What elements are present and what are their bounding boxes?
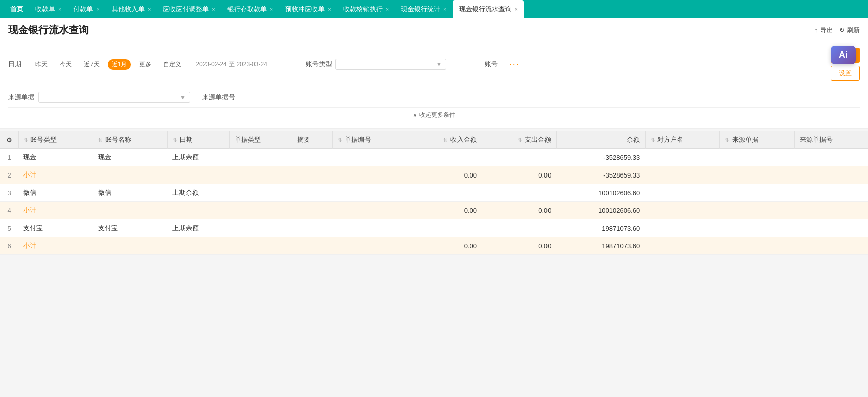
nav-tab-2[interactable]: 付款单 × (67, 0, 105, 18)
ai-badge[interactable]: Ai (831, 46, 856, 64)
cell-doc-no (333, 184, 407, 202)
cell-source-doc (720, 166, 795, 184)
cell-source-doc (720, 237, 795, 255)
nav-tab-8[interactable]: 现金银行统计 × (395, 0, 452, 18)
cell-income (407, 149, 482, 166)
cell-source-doc-no (794, 166, 868, 184)
table-header-row: ⚙ ⇅ 账号类型 ⇅ 账号名称 ⇅ 日期 单据类型 摘要 (0, 131, 868, 149)
nav-tab-5-close[interactable]: × (270, 6, 273, 12)
account-dots[interactable]: ··· (509, 59, 520, 70)
nav-tab-3[interactable]: 其他收入单 × (106, 0, 157, 18)
nav-tab-7[interactable]: 收款核销执行 × (337, 0, 395, 18)
th-expense-label: 支出金额 (525, 136, 551, 143)
table-row: 2 小计 0.00 0.00 -3528659.33 (0, 166, 868, 184)
nav-tab-3-close[interactable]: × (148, 6, 151, 12)
sort-icon-7: ⇅ (651, 137, 655, 143)
collapse-button[interactable]: ∧ 收起更多条件 (8, 107, 860, 122)
th-source-doc[interactable]: ⇅ 来源单据 (720, 131, 795, 149)
source-doc-no-input[interactable] (239, 91, 391, 103)
th-source-doc-no[interactable]: 来源单据号 (794, 131, 868, 149)
cell-income: 0.00 (407, 237, 482, 255)
date-filter: 日期 昨天 今天 近7天 近1月 更多 自定义 (8, 59, 186, 70)
account-type-label: 账号类型 (306, 60, 332, 69)
source-doc-filter: 来源单据 ▼ (8, 92, 190, 103)
nav-tab-5-label: 银行存取款单 (227, 5, 267, 14)
account-type-select[interactable]: ▼ (335, 59, 446, 70)
cell-source-doc-no (794, 202, 868, 219)
cell-account-type: 微信 (18, 184, 93, 202)
cell-counterpart (645, 237, 720, 255)
cell-doc-no (333, 219, 407, 237)
nav-tab-8-label: 现金银行统计 (401, 5, 440, 14)
nav-tab-4[interactable]: 应收应付调整单 × (157, 0, 221, 18)
cell-source-doc (720, 149, 795, 166)
th-date[interactable]: ⇅ 日期 (167, 131, 230, 149)
th-balance-label: 余额 (627, 136, 640, 143)
collapse-icon: ∧ (413, 112, 417, 119)
nav-tab-1[interactable]: 收款单 × (29, 0, 67, 18)
table-row: 6 小计 0.00 0.00 19871073.60 (0, 237, 868, 255)
cell-source-doc-no (794, 237, 868, 255)
th-counterpart[interactable]: ⇅ 对方户名 (645, 131, 720, 149)
cell-income: 0.00 (407, 166, 482, 184)
cell-num: 2 (0, 166, 18, 184)
nav-tab-6[interactable]: 预收冲应收单 × (279, 0, 337, 18)
sort-icon-4: ⇅ (338, 137, 342, 143)
cell-account-name: 现金 (93, 149, 168, 166)
account-type-filter: 账号类型 ▼ (306, 59, 446, 70)
th-income-label: 收入金额 (450, 136, 477, 143)
th-settings[interactable]: ⚙ (0, 131, 18, 149)
date-btn-today[interactable]: 今天 (56, 59, 76, 70)
th-account-name[interactable]: ⇅ 账号名称 (93, 131, 168, 149)
nav-tab-1-close[interactable]: × (58, 6, 61, 12)
cell-doc-type (230, 184, 292, 202)
table-row: 4 小计 0.00 0.00 100102606.60 (0, 202, 868, 219)
date-btn-yesterday[interactable]: 昨天 (31, 59, 52, 70)
nav-tab-6-close[interactable]: × (328, 6, 331, 12)
th-doc-no[interactable]: ⇅ 单据编号 (333, 131, 407, 149)
date-btn-7days[interactable]: 近7天 (80, 59, 104, 70)
cell-expense: 0.00 (482, 202, 557, 219)
nav-tab-4-close[interactable]: × (212, 6, 215, 12)
sort-icon-6: ⇅ (518, 137, 522, 143)
date-btn-1month[interactable]: 近1月 (108, 59, 131, 70)
nav-tab-9-close[interactable]: × (515, 6, 518, 12)
source-doc-select[interactable]: ▼ (38, 92, 190, 103)
nav-tab-2-close[interactable]: × (96, 6, 99, 12)
cell-balance: 100102606.60 (557, 184, 646, 202)
data-table: ⚙ ⇅ 账号类型 ⇅ 账号名称 ⇅ 日期 单据类型 摘要 (0, 131, 868, 255)
cell-balance: 100102606.60 (557, 202, 646, 219)
cell-counterpart (645, 166, 720, 184)
nav-tab-5[interactable]: 银行存取款单 × (221, 0, 279, 18)
table-row: 3 微信 微信 上期余额 100102606.60 (0, 184, 868, 202)
th-expense[interactable]: ⇅ 支出金额 (482, 131, 557, 149)
date-btn-custom[interactable]: 自定义 (159, 59, 186, 70)
settings-button[interactable]: 设置 (831, 66, 860, 81)
source-doc-arrow: ▼ (180, 94, 186, 100)
th-balance[interactable]: 余额 (557, 131, 646, 149)
date-btn-more[interactable]: 更多 (135, 59, 155, 70)
cell-doc-type (230, 219, 292, 237)
th-summary[interactable]: 摘要 (292, 131, 333, 149)
cell-num: 5 (0, 219, 18, 237)
page-title: 现金银行流水查询 (8, 23, 89, 37)
export-button[interactable]: ↑ 导出 (815, 26, 834, 35)
th-doc-type[interactable]: 单据类型 (230, 131, 292, 149)
th-account-type[interactable]: ⇅ 账号类型 (18, 131, 93, 149)
source-doc-no-filter: 来源单据号 (202, 91, 391, 103)
page-header: 现金银行流水查询 ↑ 导出 ↻ 刷新 (0, 18, 868, 41)
nav-tab-1-label: 收款单 (35, 5, 55, 14)
cell-source-doc (720, 219, 795, 237)
nav-tab-7-close[interactable]: × (386, 6, 389, 12)
sort-icon-8: ⇅ (725, 137, 729, 143)
th-income[interactable]: ⇅ 收入金额 (407, 131, 482, 149)
nav-tab-8-close[interactable]: × (443, 6, 446, 12)
cell-source-doc (720, 202, 795, 219)
export-icon: ↑ (815, 26, 818, 34)
refresh-button[interactable]: ↻ 刷新 (839, 26, 860, 35)
nav-tab-9[interactable]: 现金银行流水查询 × (453, 0, 524, 18)
cell-doc-no (333, 237, 407, 255)
nav-home[interactable]: 首页 (4, 0, 29, 18)
refresh-label: 刷新 (847, 26, 860, 35)
cell-account-name: 支付宝 (93, 219, 168, 237)
